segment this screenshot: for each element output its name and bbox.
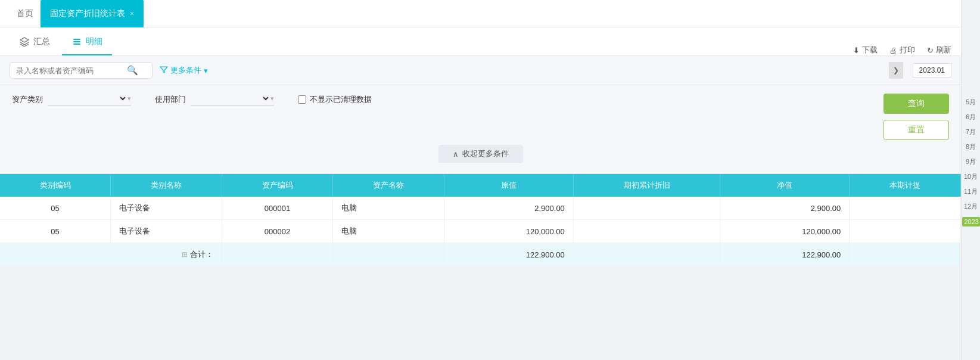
total-label-text: 合计： xyxy=(190,250,213,259)
print-label: 打印 xyxy=(900,45,915,55)
nav-home[interactable]: 首页 xyxy=(10,8,41,19)
top-nav: 首页 固定资产折旧统计表 × × xyxy=(0,0,980,27)
collapse-button[interactable]: ∧ 收起更多条件 xyxy=(438,145,523,163)
col-category-name: 类别名称 xyxy=(111,174,222,197)
print-button[interactable]: 🖨 打印 xyxy=(889,45,915,55)
filter-section: 资产类别 ▾ 使用部门 ▾ 不显示已清理数 xyxy=(0,85,961,174)
filter-buttons: 查询 重置 xyxy=(883,94,949,140)
toolbar-right: ⬇ 下载 🖨 打印 ↻ 刷新 xyxy=(853,45,951,55)
department-label: 使用部门 xyxy=(155,94,186,105)
table-wrap: 类别编码 类别名称 资产编码 资产名称 原值 期初累计折旧 净值 本期计提 05… xyxy=(0,174,961,266)
cell-category-name-1: 电子设备 xyxy=(111,197,222,220)
cell-original-value-2: 120,000.00 xyxy=(444,220,574,243)
table-total-row: ⊞ 合计： 122,900.00 122,900.00 xyxy=(0,243,961,266)
right-sidebar: 5月 6月 7月 8月 9月 10月 11月 12月 2023 xyxy=(961,0,980,360)
col-asset-code: 资产编码 xyxy=(222,174,333,197)
search-input[interactable] xyxy=(16,66,123,75)
refresh-icon: ↻ xyxy=(927,46,934,55)
asset-table: 类别编码 类别名称 资产编码 资产名称 原值 期初累计折旧 净值 本期计提 05… xyxy=(0,174,961,266)
cell-total-net-value: 122,900.00 xyxy=(720,243,850,266)
cell-total-label: ⊞ 合计： xyxy=(0,243,222,266)
asset-category-label: 资产类别 xyxy=(12,94,43,105)
sidebar-month-12[interactable]: 12月 xyxy=(962,200,981,213)
sidebar-month-6[interactable]: 6月 xyxy=(962,110,981,124)
cell-asset-name-2: 电脑 xyxy=(333,220,444,243)
table-row: 05 电子设备 000002 电脑 120,000.00 120,000.00 xyxy=(0,220,961,243)
cell-net-value-1: 2,900.00 xyxy=(720,197,850,220)
search-input-wrap: 🔍 xyxy=(10,62,153,79)
layers-icon xyxy=(19,36,30,47)
cell-total-current-period xyxy=(850,243,961,266)
nav-tab-active[interactable]: 固定资产折旧统计表 × xyxy=(41,0,144,27)
cell-acc-dep-2 xyxy=(573,220,720,243)
query-button[interactable]: 查询 xyxy=(883,94,949,114)
filter-icon xyxy=(160,66,168,76)
svg-rect-0 xyxy=(73,39,80,40)
sidebar-month-7[interactable]: 7月 xyxy=(962,125,981,139)
cell-total-acc-dep xyxy=(573,243,720,266)
chevron-down-icon: ▾ xyxy=(270,95,274,103)
svg-rect-2 xyxy=(73,44,80,45)
collapse-row: ∧ 收起更多条件 xyxy=(12,140,949,165)
print-icon: 🖨 xyxy=(889,46,897,55)
refresh-button[interactable]: ↻ 刷新 xyxy=(927,45,951,55)
chevron-down-icon: ▾ xyxy=(127,95,131,103)
tab-summary[interactable]: 汇总 xyxy=(10,29,60,55)
collapse-label: 收起更多条件 xyxy=(462,148,509,159)
cell-total-original-value: 122,900.00 xyxy=(444,243,574,266)
download-button[interactable]: ⬇ 下载 xyxy=(853,45,878,55)
department-select-wrap: ▾ xyxy=(191,94,274,105)
sub-tab-bar: 汇总 明细 ⬇ 下载 🖨 打印 ↻ 刷新 xyxy=(0,27,961,56)
download-label: 下载 xyxy=(862,45,878,55)
department-select[interactable] xyxy=(191,94,270,104)
sidebar-month-10[interactable]: 10月 xyxy=(962,170,981,184)
hide-cleared-label: 不显示已清理数据 xyxy=(310,94,372,105)
tab-summary-label: 汇总 xyxy=(33,36,50,47)
sidebar-month-9[interactable]: 9月 xyxy=(962,155,981,169)
cell-asset-code-1: 000001 xyxy=(222,197,333,220)
nav-tab-label: 固定资产折旧统计表 xyxy=(50,8,125,19)
tab-detail-label: 明细 xyxy=(86,36,102,47)
hide-cleared-checkbox[interactable] xyxy=(298,95,306,104)
col-acc-depreciation: 期初累计折旧 xyxy=(573,174,720,197)
table-header-row: 类别编码 类别名称 资产编码 资产名称 原值 期初累计折旧 净值 本期计提 xyxy=(0,174,961,197)
col-original-value: 原值 xyxy=(444,174,574,197)
right-panel-toggle[interactable]: ❯ xyxy=(889,62,903,79)
more-filter-label: 更多条件 xyxy=(170,65,201,76)
asset-category-select[interactable] xyxy=(48,94,127,104)
cell-category-code-2: 05 xyxy=(0,220,111,243)
cell-total-asset-code xyxy=(222,243,333,266)
sidebar-month-8[interactable]: 8月 xyxy=(962,140,981,154)
close-tab-icon[interactable]: × xyxy=(130,10,134,18)
chevron-down-icon: ▾ xyxy=(204,66,208,75)
asset-category-select-wrap: ▾ xyxy=(48,94,131,105)
tab-detail[interactable]: 明细 xyxy=(62,29,112,55)
sidebar-month-11[interactable]: 11月 xyxy=(962,185,981,198)
list-icon xyxy=(71,36,82,47)
cell-category-code-1: 05 xyxy=(0,197,111,220)
cell-current-period-1 xyxy=(850,197,961,220)
search-icon[interactable]: 🔍 xyxy=(127,65,138,76)
svg-rect-1 xyxy=(73,41,80,42)
department-filter: 使用部门 ▾ xyxy=(155,94,274,105)
col-asset-name: 资产名称 xyxy=(333,174,444,197)
cell-original-value-1: 2,900.00 xyxy=(444,197,574,220)
date-indicator: 2023.01 xyxy=(913,63,951,77)
reset-button[interactable]: 重置 xyxy=(883,120,949,140)
cell-net-value-2: 120,000.00 xyxy=(720,220,850,243)
col-category-code: 类别编码 xyxy=(0,174,111,197)
search-bar: 🔍 更多条件 ▾ ❯ 2023.01 xyxy=(0,56,961,85)
chevron-up-icon: ∧ xyxy=(453,150,459,159)
filter-row: 资产类别 ▾ 使用部门 ▾ 不显示已清理数 xyxy=(12,94,883,105)
sidebar-month-5[interactable]: 5月 xyxy=(962,95,981,109)
download-icon: ⬇ xyxy=(853,46,860,55)
sidebar-year-badge[interactable]: 2023 xyxy=(962,217,980,226)
col-net-value: 净值 xyxy=(720,174,850,197)
cell-asset-name-1: 电脑 xyxy=(333,197,444,220)
hide-cleared-filter: 不显示已清理数据 xyxy=(298,94,372,105)
more-filter-button[interactable]: 更多条件 ▾ xyxy=(160,65,208,76)
cell-acc-dep-1 xyxy=(573,197,720,220)
cell-asset-code-2: 000002 xyxy=(222,220,333,243)
cell-current-period-2 xyxy=(850,220,961,243)
table-row: 05 电子设备 000001 电脑 2,900.00 2,900.00 xyxy=(0,197,961,220)
